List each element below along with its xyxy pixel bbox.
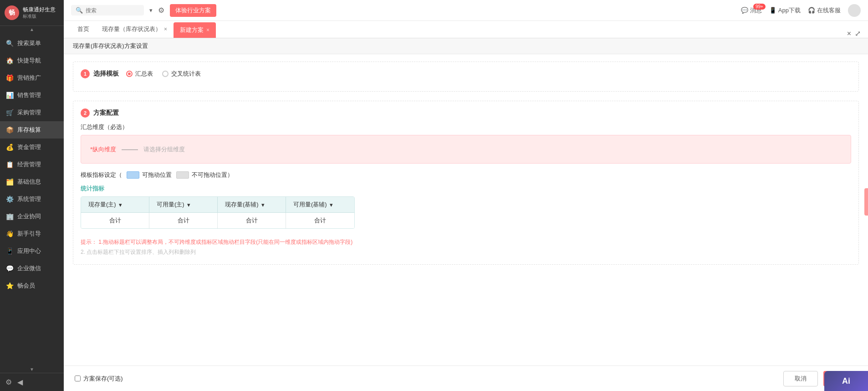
sidebar-item-label-system: 系统管理: [17, 195, 41, 203]
tab-close-button[interactable]: ×: [847, 30, 851, 38]
tab-inventory-close-icon[interactable]: ×: [164, 26, 167, 32]
tab-expand-button[interactable]: ⤢: [855, 29, 861, 38]
stats-table: 现存量(主) ▾ 可用量(主) ▾ 现存量(基辅) ▾: [81, 196, 355, 229]
tip-title-text: 提示：: [81, 239, 97, 245]
ai-label: Ai: [842, 376, 850, 386]
header-dropdown-button[interactable]: ▾: [149, 7, 153, 14]
tab-inventory[interactable]: 现存量（库存状况表） ×: [96, 21, 174, 38]
building-icon: 🏢: [5, 212, 14, 221]
right-panel-trigger[interactable]: [864, 188, 868, 216]
summary-dim-label: 汇总维度（必选）: [81, 123, 851, 131]
user-avatar[interactable]: [848, 4, 861, 17]
tab-new-scheme-close-icon[interactable]: ×: [206, 27, 209, 33]
sidebar-item-enterprise[interactable]: 🏢 企业协同: [0, 208, 64, 225]
sidebar-item-app-center[interactable]: 📱 应用中心: [0, 242, 64, 260]
sidebar-item-label-app-center: 应用中心: [17, 247, 41, 255]
stats-col-1-label: 现存量(主): [88, 201, 116, 209]
sidebar-item-base-info[interactable]: 🗂️ 基础信息: [0, 173, 64, 190]
sidebar-item-member[interactable]: ⭐ 畅会员: [0, 277, 64, 294]
sidebar-item-marketing[interactable]: 🎁 营销推广: [0, 69, 64, 87]
customer-service-label: 在线客服: [817, 6, 841, 15]
stats-col-2-label: 可用量(主): [157, 201, 184, 209]
stats-col-2[interactable]: 可用量(主) ▾: [149, 197, 218, 212]
sidebar-scroll-down[interactable]: ▼: [0, 366, 64, 373]
stats-data-1-2: 合计: [149, 213, 218, 228]
customer-service-button[interactable]: 🎧 在线客服: [808, 6, 841, 15]
app-name: 畅康通好生意: [23, 6, 56, 14]
app-name-block: 畅康通好生意 标准版: [23, 6, 56, 20]
stats-data-1-3: 合计: [218, 213, 286, 228]
sidebar-item-system[interactable]: ⚙️ 系统管理: [0, 190, 64, 208]
template-indicator: 模板指标设定（ 可拖动位置 不可拖动位置）: [81, 171, 851, 179]
stats-col-4-dropdown-icon[interactable]: ▾: [330, 201, 333, 208]
cancel-button[interactable]: 取消: [783, 371, 818, 386]
sidebar-item-label-base-info: 基础信息: [17, 178, 41, 186]
sidebar-scroll-up[interactable]: ▲: [0, 26, 64, 33]
header-search-box[interactable]: 🔍: [71, 5, 144, 15]
radio-summary-circle: [126, 71, 133, 77]
dimension-area[interactable]: *纵向维度 —— 请选择分组维度: [81, 135, 851, 164]
save-checkbox-container[interactable]: 方案保存(可选): [75, 375, 123, 383]
page-title-bar: 现存量(库存状况表)方案设置: [64, 38, 868, 54]
dim-placeholder: 请选择分组维度: [143, 145, 185, 154]
header-gear-icon[interactable]: ⚙: [158, 6, 164, 15]
message-badge: 99+: [753, 4, 766, 10]
sidebar-item-search[interactable]: 🔍 搜索菜单: [0, 35, 64, 52]
sidebar-item-sales[interactable]: 📊 销售管理: [0, 87, 64, 104]
ai-float-button[interactable]: Ai: [824, 371, 868, 391]
inner-page: 现存量(库存状况表)方案设置 1 选择模板 汇总表: [64, 38, 868, 365]
sidebar-header: 畅 畅康通好生意 标准版: [0, 0, 64, 26]
stats-col-3-dropdown-icon[interactable]: ▾: [261, 201, 265, 208]
sidebar-item-finance[interactable]: 💰 资金管理: [0, 139, 64, 156]
save-checkbox-input[interactable]: [75, 376, 81, 381]
home-icon: 🏠: [5, 57, 14, 65]
sidebar-item-label-inventory: 库存核算: [17, 126, 41, 134]
sidebar-item-label-sales: 销售管理: [17, 91, 41, 99]
message-icon: 💬: [741, 7, 748, 14]
sidebar-item-label-finance: 资金管理: [17, 143, 41, 151]
template-label-text: 模板指标设定（: [81, 171, 122, 179]
collapse-icon[interactable]: ◀: [17, 378, 23, 386]
stats-col-3[interactable]: 现存量(基辅) ▾: [218, 197, 286, 212]
sidebar-nav: 🔍 搜索菜单 🏠 快捷导航 🎁 营销推广 📊 销售管理 🛒 采购管理 📦 库存核…: [0, 33, 64, 366]
tab-new-scheme[interactable]: 新建方案 ×: [174, 22, 216, 38]
sidebar-item-operation[interactable]: 📋 经营管理: [0, 156, 64, 173]
star-icon: ⭐: [5, 282, 14, 290]
stats-data-1-1: 合计: [81, 213, 149, 228]
sidebar-item-inventory[interactable]: 📦 库存核算: [0, 121, 64, 139]
sidebar-item-purchase[interactable]: 🛒 采购管理: [0, 104, 64, 121]
trial-button[interactable]: 体验行业方案: [170, 4, 216, 17]
message-button[interactable]: 💬 消息 99+: [741, 6, 762, 15]
sidebar: 畅 畅康通好生意 标准版 ▲ 🔍 搜索菜单 🏠 快捷导航 🎁 营销推广 📊 销售…: [0, 0, 64, 391]
app-logo: 畅: [5, 5, 19, 20]
bottom-bar: 方案保存(可选) 取消 查询: [64, 365, 868, 391]
radio-summary-dot: [128, 72, 131, 75]
settings-icon[interactable]: ⚙: [5, 378, 12, 386]
page-title: 现存量(库存状况表)方案设置: [73, 42, 148, 49]
sidebar-item-newbie[interactable]: 👋 新手引导: [0, 225, 64, 242]
radio-cross[interactable]: 交叉统计表: [162, 70, 201, 78]
stats-col-1-dropdown-icon[interactable]: ▾: [119, 201, 122, 208]
stats-title: 统计指标: [81, 185, 851, 193]
stats-col-4[interactable]: 可用量(基辅) ▾: [286, 197, 354, 212]
app-download-button[interactable]: 📱 App下载: [769, 6, 801, 15]
stats-col-1[interactable]: 现存量(主) ▾: [81, 197, 149, 212]
tab-home[interactable]: 首页: [71, 21, 96, 38]
sidebar-item-weixin[interactable]: 💬 企业微信: [0, 260, 64, 277]
tabs-bar: 首页 现存量（库存状况表） × 新建方案 × × ⤢: [64, 21, 868, 38]
stats-col-2-dropdown-icon[interactable]: ▾: [187, 201, 190, 208]
stats-section: 统计指标 现存量(主) ▾ 可用量(主) ▾: [81, 185, 851, 230]
tip-1: 1.拖动标题栏可以调整布局，不可跨维度或指标区域拖动栏目字段(只能在同一维度或指…: [98, 239, 352, 245]
step2-num: 2: [81, 108, 90, 118]
sidebar-footer: ⚙ ◀: [0, 373, 64, 391]
dim-separator: ——: [122, 144, 138, 154]
stats-col-3-label: 现存量(基辅): [225, 201, 259, 209]
search-icon-small: 🔍: [76, 7, 83, 14]
clipboard-icon: 📋: [5, 160, 14, 169]
fixed-label: 不可拖动位置）: [192, 171, 233, 179]
step1-title: 选择模板: [93, 70, 119, 78]
search-input[interactable]: [86, 7, 139, 14]
sidebar-item-quick-nav[interactable]: 🏠 快捷导航: [0, 52, 64, 69]
fixed-box: [176, 171, 189, 179]
radio-summary[interactable]: 汇总表: [126, 70, 153, 78]
